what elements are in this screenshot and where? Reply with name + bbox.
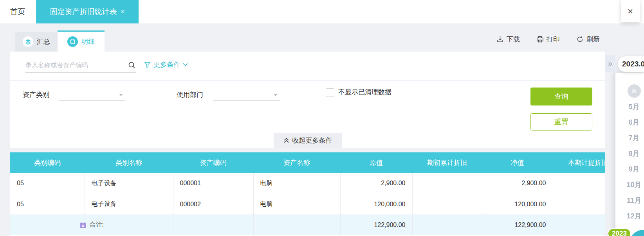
month-item[interactable]: 8月 <box>615 146 644 161</box>
hide-cleared-checkbox[interactable] <box>326 88 334 97</box>
table-total-row: 合计: 122,900.00 122,900.00 <box>10 215 605 235</box>
month-item[interactable]: 5月 <box>615 99 644 114</box>
current-period-label[interactable]: 2023.01 <box>618 56 644 72</box>
asset-category-select[interactable] <box>59 89 125 101</box>
download-label: 下载 <box>507 35 520 44</box>
dropdown-caret-icon <box>274 94 278 96</box>
total-calendar-icon <box>79 222 87 229</box>
query-button[interactable]: 查询 <box>530 88 592 105</box>
cell-category-name: 电子设备 <box>85 173 173 194</box>
tab-title: 固定资产折旧统计表 <box>50 7 117 17</box>
cell-category-code: 05 <box>10 194 85 215</box>
department-select[interactable] <box>213 89 280 101</box>
refresh-button[interactable]: 刷新 <box>576 35 600 44</box>
col-initial-depreciation: 期初累计折旧 <box>412 152 482 173</box>
chevron-down-icon <box>183 63 188 66</box>
total-asset-code-cell <box>173 215 253 235</box>
total-label-cell: 合计: <box>10 215 173 235</box>
tab-detail-label: 明细 <box>81 37 95 46</box>
collapse-conditions-label: 收起更多条件 <box>292 136 332 145</box>
cell-asset-name: 电脑 <box>253 194 340 215</box>
refresh-icon <box>576 36 584 43</box>
col-category-name: 类别名称 <box>85 152 173 173</box>
search-field <box>25 58 136 73</box>
col-asset-code: 资产编码 <box>173 152 253 173</box>
month-item[interactable]: 11月 <box>615 193 644 208</box>
total-asset-name-cell <box>253 215 340 235</box>
tab-summary-label: 汇总 <box>37 37 50 46</box>
year-badge[interactable]: 2023 <box>608 228 631 236</box>
print-icon <box>536 36 544 43</box>
filter-icon <box>144 61 151 68</box>
print-button[interactable]: 打印 <box>536 35 560 44</box>
asset-category-label: 资产类别 <box>23 89 49 101</box>
cell-asset-code: 000002 <box>173 194 253 215</box>
cell-category-name: 电子设备 <box>85 194 173 215</box>
cell-initial-depreciation <box>412 194 482 215</box>
cell-asset-name: 电脑 <box>253 173 340 194</box>
hide-cleared-label: 不显示已清理数据 <box>338 88 391 97</box>
col-net-value: 净值 <box>482 152 553 173</box>
total-original-value: 122,900.00 <box>340 215 412 235</box>
tab-detail[interactable]: 明细 <box>58 30 105 52</box>
sidebar-expand-handle[interactable]: » <box>605 55 615 72</box>
table-row: 05 电子设备 000002 电脑 120,000.00 120,000.00 <box>10 194 605 215</box>
cell-asset-code: 000001 <box>173 173 253 194</box>
month-item[interactable]: 12月 <box>615 208 644 224</box>
total-initial-depreciation <box>412 215 482 235</box>
department-label: 使用部门 <box>177 89 203 101</box>
col-category-code: 类别编码 <box>10 152 85 173</box>
print-label: 打印 <box>547 35 560 44</box>
month-list: 5月 6月 7月 8月 9月 10月 11月 12月 <box>615 99 644 224</box>
month-item[interactable]: 6月 <box>615 114 644 130</box>
cell-initial-depreciation <box>412 173 482 194</box>
table-actions: 下载 打印 刷新 <box>496 33 600 45</box>
cell-original-value: 2,900.00 <box>340 173 412 194</box>
cell-category-code: 05 <box>10 173 85 194</box>
col-asset-name: 资产名称 <box>253 152 340 173</box>
reset-button[interactable]: 重置 <box>530 113 592 131</box>
search-input[interactable] <box>25 62 128 69</box>
window-tab-bar: 首页 固定资产折旧统计表 × × <box>0 0 644 23</box>
col-original-value: 原值 <box>340 152 412 173</box>
cell-original-value: 120,000.00 <box>340 194 412 215</box>
month-item[interactable]: 7月 <box>615 130 644 146</box>
cell-current-depreciation <box>553 173 605 194</box>
tab-fixed-asset-depreciation[interactable]: 固定资产折旧统计表 × <box>36 0 139 23</box>
double-chevron-right-icon: » <box>608 59 612 68</box>
refresh-label: 刷新 <box>586 35 600 44</box>
search-icon[interactable] <box>128 61 136 69</box>
table-header: 类别编码 类别名称 资产编码 资产名称 原值 期初累计折旧 净值 本期计提折旧 <box>10 152 605 173</box>
cell-net-value: 2,900.00 <box>482 173 553 194</box>
total-net-value: 122,900.00 <box>482 215 553 235</box>
layers-icon <box>23 36 33 47</box>
view-tab-strip: 汇总 明细 下载 打印 <box>10 23 605 52</box>
total-current-depreciation <box>553 215 605 235</box>
month-item[interactable]: 9月 <box>615 161 644 177</box>
more-conditions-toggle[interactable]: 更多条件 <box>144 60 188 69</box>
download-icon <box>496 36 504 43</box>
depreciation-table: 类别编码 类别名称 资产编码 资产名称 原值 期初累计折旧 净值 本期计提折旧 … <box>10 152 605 236</box>
more-conditions-label: 更多条件 <box>153 60 180 69</box>
dropdown-caret-icon <box>119 94 123 96</box>
main-content: 汇总 明细 下载 打印 <box>10 23 605 236</box>
col-current-depreciation: 本期计提折旧 <box>553 152 605 173</box>
month-item[interactable]: 10月 <box>615 177 644 193</box>
tab-home[interactable]: 首页 <box>7 0 28 23</box>
close-tab-icon[interactable]: × <box>121 8 125 16</box>
download-button[interactable]: 下载 <box>496 35 520 44</box>
filter-panel: 更多条件 资产类别 使用部门 不显示已清理数据 查询 重置 收起更多条件 <box>10 52 605 148</box>
panel-divider <box>10 80 605 81</box>
tab-summary[interactable]: 汇总 <box>15 32 58 52</box>
double-chevron-up-icon <box>283 138 289 143</box>
table-row: 05 电子设备 000001 电脑 2,900.00 2,900.00 <box>10 173 605 194</box>
cell-current-depreciation <box>553 194 605 215</box>
total-label: 合计: <box>90 221 104 229</box>
cell-net-value: 120,000.00 <box>482 194 553 215</box>
months-scroll-up-button[interactable] <box>628 84 641 98</box>
journal-icon <box>67 36 78 47</box>
close-window-button[interactable]: × <box>621 0 640 22</box>
collapse-conditions-button[interactable]: 收起更多条件 <box>274 133 342 148</box>
